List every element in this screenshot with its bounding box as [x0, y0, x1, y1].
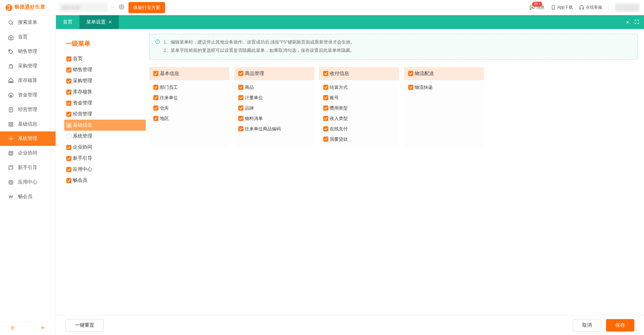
checkbox-icon[interactable]	[323, 126, 328, 131]
sidebar-item-8[interactable]: 系统管理	[0, 131, 56, 146]
collapse-icon[interactable]	[40, 325, 46, 332]
checkbox-icon[interactable]	[66, 123, 71, 128]
gear-icon[interactable]	[119, 4, 124, 11]
online-service-link[interactable]: 在线客服	[579, 4, 602, 10]
checkbox-icon[interactable]	[66, 101, 71, 106]
card-item[interactable]: 收入类型	[323, 113, 395, 124]
card-item[interactable]: 账号	[323, 93, 395, 103]
tab-0[interactable]: 首页	[56, 15, 79, 29]
checkbox-icon[interactable]	[323, 116, 328, 121]
try-industry-button[interactable]: 体验行业方案	[128, 2, 165, 13]
checkbox-icon[interactable]	[66, 156, 71, 161]
card-item[interactable]: 结算方式	[323, 82, 395, 93]
card-item[interactable]: 在线支付	[323, 124, 395, 134]
sidebar-item-1[interactable]: 首页	[0, 30, 56, 44]
level1-item-0[interactable]: 首页	[64, 53, 146, 64]
sidebar-item-9[interactable]: 企业协同	[0, 146, 56, 160]
brand: 畅捷通好生意 精品版	[5, 3, 56, 12]
checkbox-icon[interactable]	[66, 167, 71, 172]
checkbox-icon[interactable]	[323, 85, 328, 90]
card-item[interactable]: 计量单位	[238, 93, 310, 103]
checkbox-icon[interactable]	[238, 95, 243, 100]
cancel-button[interactable]: 取消	[573, 319, 601, 332]
checkbox-icon[interactable]	[153, 95, 158, 100]
checkbox-icon[interactable]	[238, 85, 243, 90]
card-item[interactable]: 部门员工	[153, 82, 225, 93]
card-item[interactable]: 品牌	[238, 103, 310, 113]
fullscreen-icon[interactable]	[634, 19, 639, 25]
level1-item-4[interactable]: 资金管理	[64, 97, 146, 109]
user-avatar[interactable]	[615, 4, 639, 11]
checkbox-icon[interactable]	[66, 178, 71, 183]
level1-item-1[interactable]: 销售管理	[64, 64, 146, 75]
card-item-label: 我要贷款	[330, 136, 348, 142]
card-header[interactable]: 物流配送	[404, 67, 484, 80]
checkbox-icon[interactable]	[323, 137, 328, 142]
checkbox-icon[interactable]	[66, 90, 71, 95]
close-icon[interactable]: ✕	[108, 20, 112, 25]
card-item[interactable]: 地区	[153, 113, 225, 124]
sidebar-item-10[interactable]: 新手引导	[0, 160, 56, 175]
app-download-link[interactable]: App下载	[551, 4, 573, 10]
level1-item-6[interactable]: 基础信息	[64, 120, 146, 131]
level1-item-2[interactable]: 采购管理	[64, 75, 146, 86]
checkbox-icon[interactable]	[323, 95, 328, 100]
sidebar-item-0[interactable]: 搜索菜单	[0, 15, 56, 30]
card-item[interactable]: 物料清单	[238, 113, 310, 124]
sidebar-item-11[interactable]: 应用中心	[0, 175, 56, 189]
card-item[interactable]: 物流快递	[408, 82, 480, 93]
checkbox-icon[interactable]	[66, 112, 71, 117]
card-header[interactable]: 收付信息	[319, 67, 399, 80]
checkbox-icon[interactable]	[66, 134, 71, 139]
checkbox-icon[interactable]	[153, 71, 158, 76]
level1-item-9[interactable]: 新手引导	[64, 153, 146, 164]
checkbox-icon[interactable]	[323, 71, 328, 76]
close-all-icon[interactable]: ✕	[626, 20, 629, 25]
checkbox-icon[interactable]	[66, 56, 71, 62]
checkbox-icon[interactable]	[408, 85, 413, 90]
checkbox-icon[interactable]	[238, 105, 243, 111]
checkbox-icon[interactable]	[238, 116, 243, 121]
sidebar-item-2[interactable]: 销售管理	[0, 44, 56, 59]
level1-item-7[interactable]: 系统管理	[64, 131, 146, 142]
card-item[interactable]: 商品	[238, 82, 310, 93]
card-item[interactable]: 往来单位商品编码	[238, 124, 310, 134]
doc-icon	[8, 106, 14, 113]
card-header[interactable]: 基本信息	[149, 67, 229, 80]
phone-icon	[551, 5, 556, 10]
level1-item-3[interactable]: 库存核算	[64, 86, 146, 97]
checkbox-icon[interactable]	[408, 71, 413, 76]
checkbox-icon[interactable]	[153, 116, 158, 121]
save-button[interactable]: 保存	[606, 319, 634, 332]
checkbox-icon[interactable]	[66, 67, 71, 73]
checkbox-icon[interactable]	[66, 78, 71, 84]
checkbox-icon[interactable]	[153, 85, 158, 90]
sidebar-item-3[interactable]: 采购管理	[0, 59, 56, 73]
messages-link[interactable]: 99 + 消息	[529, 4, 545, 10]
level1-item-10[interactable]: 应用中心	[64, 164, 146, 175]
checkbox-icon[interactable]	[153, 105, 158, 111]
card-item[interactable]: 我要贷款	[323, 134, 395, 145]
card-item[interactable]: 费用类型	[323, 103, 395, 113]
tab-1[interactable]: 菜单设置✕	[79, 15, 119, 29]
checkbox-icon[interactable]	[238, 71, 243, 76]
sidebar-item-6[interactable]: 经营管理	[0, 102, 56, 117]
checkbox-icon[interactable]	[66, 145, 71, 150]
level1-item-11[interactable]: 畅会员	[64, 175, 146, 186]
reset-button[interactable]: 一键重置	[66, 319, 104, 332]
sidebar-item-12[interactable]: 畅会员	[0, 189, 56, 204]
card-header[interactable]: 商品管理	[234, 67, 314, 80]
chevron-down-icon: ﹀	[111, 4, 115, 10]
card-item-label: 计量单位	[245, 95, 263, 101]
sidebar-item-4[interactable]: 库存核算	[0, 73, 56, 88]
org-selector[interactable]: 组织名称 ﹀	[59, 3, 124, 12]
sidebar-item-5[interactable]: 资金管理	[0, 88, 56, 102]
level1-item-5[interactable]: 经营管理	[64, 109, 146, 120]
level1-item-8[interactable]: 企业协同	[64, 142, 146, 153]
sidebar-item-7[interactable]: 基础信息	[0, 117, 56, 131]
settings-icon[interactable]	[10, 325, 15, 332]
checkbox-icon[interactable]	[323, 105, 328, 111]
card-item[interactable]: 仓库	[153, 103, 225, 113]
checkbox-icon[interactable]	[238, 126, 243, 131]
card-item[interactable]: 往来单位	[153, 93, 225, 103]
